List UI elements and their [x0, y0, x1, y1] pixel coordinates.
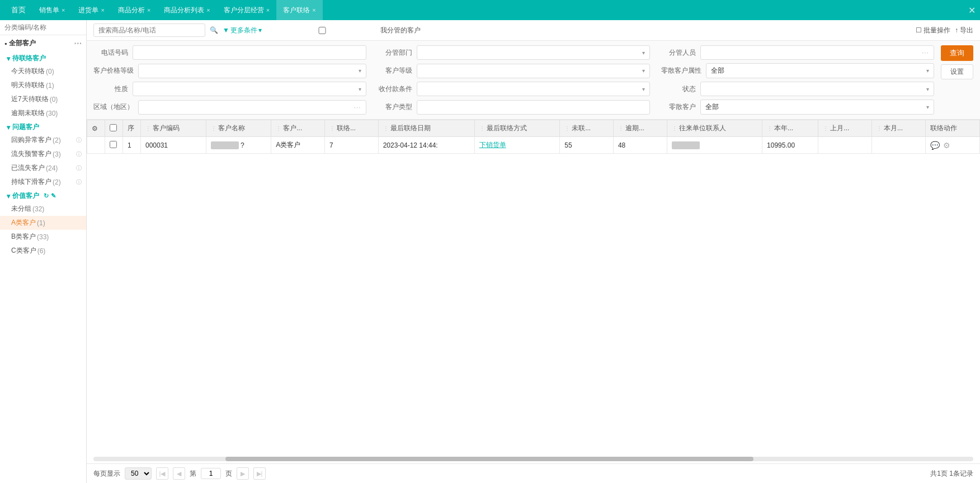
select-customer-level[interactable]: ▾	[417, 64, 651, 78]
cell-not-contacted: 55	[560, 137, 614, 154]
select-payment[interactable]: ▾	[417, 82, 651, 96]
col-category[interactable]: ⋮客户...	[271, 120, 325, 137]
last-page-button[interactable]: ▶|	[253, 467, 266, 480]
horizontal-scrollbar[interactable]	[93, 457, 973, 461]
sidebar-item-7days[interactable]: 近7天待联络 (0)	[0, 92, 86, 106]
nav-tab-4[interactable]: 客户分层经营 ×	[217, 0, 276, 20]
select-status[interactable]: ▾	[700, 82, 934, 96]
close-tab-0[interactable]: ×	[62, 7, 65, 13]
close-tab-4[interactable]: ×	[266, 7, 270, 13]
col-this-month[interactable]: ⋮本月...	[872, 120, 926, 137]
gear-icon[interactable]: ⚙	[92, 125, 98, 132]
nav-tab-0[interactable]: 销售单 ×	[32, 0, 72, 20]
sidebar-item-declining[interactable]: 持续下滑客户 (2) ⓘ	[0, 175, 86, 189]
edit-icon[interactable]: ✎	[51, 192, 56, 200]
sidebar-item-class-b[interactable]: B类客户 (33)	[0, 230, 86, 244]
refresh-icon[interactable]: ↻	[44, 192, 49, 200]
search-icon[interactable]: 🔍	[210, 26, 218, 34]
table-row: 1 000031 ? A类客户 7 2023-04-12 14:44: 下销货单	[87, 137, 980, 154]
cell-overdue: 48	[613, 137, 667, 154]
group-problem-customers[interactable]: ▾ 问题客户	[0, 120, 86, 133]
filter-row-4: 区域（地区） ··· 客户类型 零散客户	[93, 100, 934, 115]
select-all-checkbox[interactable]	[110, 124, 117, 131]
col-last-month[interactable]: ⋮上月...	[818, 120, 872, 137]
cell-name: ?	[206, 137, 271, 154]
filter-cell-price-level: 客户价格等级 ▾	[93, 64, 366, 78]
sidebar-item-churn-warning[interactable]: 流失预警客户 (3) ⓘ	[0, 147, 86, 161]
col-last-method[interactable]: ⋮最后联络方式	[474, 120, 560, 137]
sidebar-search-input[interactable]	[4, 23, 87, 31]
search-input[interactable]	[93, 23, 205, 37]
search-button[interactable]: 查询	[941, 45, 973, 61]
nav-tab-3[interactable]: 商品分析列表 ×	[157, 0, 216, 20]
select-nature[interactable]: ▾	[133, 82, 366, 96]
select-retail-customer[interactable]: 全部▾	[700, 100, 934, 115]
cell-seq: 1	[123, 137, 141, 154]
my-customers-check[interactable]	[266, 27, 378, 34]
page-size-select[interactable]: 50	[125, 467, 152, 480]
filter-row-2: 客户价格等级 ▾ 客户等级 ▾ 零散客户属性	[93, 63, 934, 78]
select-manager[interactable]: ···	[700, 45, 934, 60]
select-price-level[interactable]: ▾	[138, 64, 366, 78]
group-value-customers[interactable]: ▾ 价值客户 ↻ ✎	[0, 189, 86, 202]
close-tab-5[interactable]: ×	[312, 7, 315, 13]
row-checkbox[interactable]	[110, 141, 117, 148]
sidebar-item-class-a[interactable]: A类客户 (1)	[0, 216, 86, 230]
col-this-year[interactable]: ⋮本年...	[762, 120, 818, 137]
col-actions: 联络动作	[925, 120, 979, 137]
col-contact-count[interactable]: ⋮联络...	[324, 120, 378, 137]
select-dept[interactable]: ▾	[417, 45, 651, 60]
col-not-contacted[interactable]: ⋮未联...	[560, 120, 614, 137]
more-conditions-button[interactable]: ▼ 更多条件 ▾	[223, 26, 262, 35]
sidebar-item-overdue[interactable]: 逾期未联络 (30)	[0, 106, 86, 120]
close-tab-1[interactable]: ×	[101, 7, 104, 13]
group-arrow-icon-2: ▾	[7, 124, 10, 131]
filter-buttons: 查询 设置	[941, 45, 973, 115]
prev-page-button[interactable]: ◀	[173, 467, 185, 480]
filter-row-3: 性质 ▾ 收付款条件 ▾ 状态	[93, 82, 934, 96]
col-last-date[interactable]: ⋮最后联络日期	[378, 120, 474, 137]
sidebar-item-churned[interactable]: 已流失客户 (24) ⓘ	[0, 161, 86, 175]
nav-tab-5[interactable]: 客户联络 ×	[276, 0, 322, 20]
select-retail-attr[interactable]: 全部▾	[706, 63, 934, 78]
checkbox-icon: ☐	[916, 26, 922, 34]
close-tab-3[interactable]: ×	[206, 7, 210, 13]
col-name[interactable]: ⋮客户名称	[206, 120, 271, 137]
sidebar-item-repurchase-abnormal[interactable]: 回购异常客户 (2) ⓘ	[0, 133, 86, 147]
group-pending-contact[interactable]: ▾ 待联络客户	[0, 51, 86, 64]
select-region[interactable]: ···	[138, 100, 366, 115]
col-code[interactable]: ⋮客户编码	[141, 120, 206, 137]
filter-cell-customer-level: 客户等级 ▾	[378, 64, 651, 78]
close-all-button[interactable]: ✕	[968, 5, 976, 16]
settings-button[interactable]: 设置	[941, 64, 973, 79]
sidebar-item-tomorrow[interactable]: 明天待联络 (1)	[0, 78, 86, 92]
cell-last-method: 下销货单	[474, 137, 560, 154]
label-phone: 电话号码	[93, 48, 133, 58]
col-contact-person[interactable]: ⋮往来单位联系人	[667, 120, 762, 137]
label-status: 状态	[661, 84, 700, 94]
customer-table: ⚙ 序 ⋮客户编码 ⋮客户名称	[87, 120, 980, 154]
nav-home[interactable]: 首页	[4, 0, 32, 20]
my-customers-checkbox[interactable]: 我分管的客户	[266, 26, 421, 35]
nav-tab-1[interactable]: 进货单 ×	[72, 0, 111, 20]
page-number-input[interactable]	[201, 468, 221, 479]
all-customers-header[interactable]: ▪ 全部客户 ⋯	[0, 35, 86, 51]
close-tab-2[interactable]: ×	[147, 7, 150, 13]
nav-tab-2[interactable]: 商品分析 ×	[111, 0, 157, 20]
sidebar-item-unclassified[interactable]: 未分组 (32)	[0, 202, 86, 216]
col-overdue[interactable]: ⋮逾期...	[613, 120, 667, 137]
last-contact-method-link[interactable]: 下销货单	[479, 141, 506, 149]
label-nature: 性质	[93, 84, 133, 94]
export-button[interactable]: ↑ 导出	[955, 26, 973, 35]
select-customer-type[interactable]	[417, 100, 651, 115]
first-page-button[interactable]: |◀	[156, 467, 168, 480]
label-customer-level: 客户等级	[378, 66, 417, 75]
contact-action-icon[interactable]: 💬	[930, 141, 940, 150]
batch-op-button[interactable]: ☐ 批量操作	[916, 26, 950, 35]
input-phone[interactable]	[133, 45, 366, 60]
more-action-icon[interactable]: ⚙	[943, 141, 950, 150]
sidebar-item-class-c[interactable]: C类客户 (6)	[0, 244, 86, 258]
sidebar-item-today[interactable]: 今天待联络 (0)	[0, 64, 86, 78]
main-layout: 🔍 ▪ 全部客户 ⋯ ▾ 待联络客户 今天待联络 (0) 明天待联络 (1) 近…	[0, 20, 980, 483]
next-page-button[interactable]: ▶	[237, 467, 249, 480]
